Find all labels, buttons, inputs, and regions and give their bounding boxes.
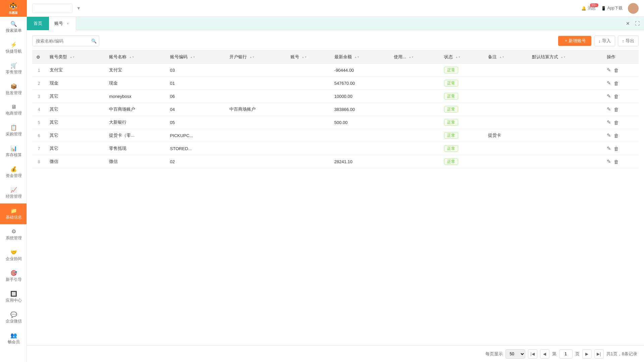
per-page-label: 每页显示	[485, 351, 503, 357]
message-button[interactable]: 🔔 消息 99+	[581, 5, 596, 11]
row-no: 6	[32, 129, 46, 142]
ecommerce-icon: 🖥	[1, 104, 26, 110]
sidebar-item-finance[interactable]: 💰 资金管理	[0, 162, 26, 183]
sidebar-item-search[interactable]: 🔍 搜索菜单	[0, 17, 26, 38]
app-download-button[interactable]: 📱 App下载	[601, 5, 623, 11]
delete-button[interactable]: 🗑	[614, 146, 619, 152]
sidebar-item-app-center[interactable]: 🔲 应用中心	[0, 287, 26, 307]
row-remark	[484, 103, 528, 116]
sidebar-item-member[interactable]: 👥 畅会员	[0, 328, 26, 349]
col-account[interactable]: 账号 ▲▼	[286, 51, 330, 64]
account-search-input[interactable]	[32, 36, 99, 46]
sidebar-item-system[interactable]: ⚙ 系统管理	[0, 224, 26, 245]
sidebar-item-wholesale[interactable]: 📦 批发管理	[0, 79, 26, 100]
search-submit-icon[interactable]: 🔍	[91, 39, 97, 44]
enterprise-collab-icon: 🤝	[1, 249, 26, 255]
page-next-button[interactable]: ▶	[582, 349, 592, 359]
page-first-button[interactable]: |◀	[528, 349, 537, 359]
delete-button[interactable]: 🗑	[614, 107, 619, 112]
edit-button[interactable]: ✎	[607, 80, 611, 86]
member-icon: 👥	[1, 332, 26, 339]
sidebar-item-guide[interactable]: 🎯 新手引导	[0, 266, 26, 287]
user-avatar[interactable]	[628, 3, 639, 14]
sidebar-item-inventory[interactable]: 📊 库存核算	[0, 141, 26, 162]
edit-button[interactable]: ✎	[607, 106, 611, 112]
row-default-settle	[528, 142, 603, 155]
row-remark	[484, 64, 528, 77]
sidebar-item-purchase[interactable]: 📋 采购管理	[0, 120, 26, 141]
content-area: 🔍 + 新增账号 ↓ 导入 ↑ 导出 ⚙	[27, 30, 644, 362]
edit-button[interactable]: ✎	[607, 159, 611, 165]
guide-icon: 🎯	[1, 270, 26, 276]
edit-button[interactable]: ✎	[607, 132, 611, 138]
col-default-settle[interactable]: 默认结算方式 ▲▼	[528, 51, 603, 64]
sidebar-item-label: 库存核算	[1, 152, 26, 158]
edit-button[interactable]: ✎	[607, 93, 611, 99]
sidebar-item-quick-nav[interactable]: ⚡ 快捷导航	[0, 38, 26, 58]
col-bank[interactable]: 开户银行 ▲▼	[225, 51, 286, 64]
row-account	[286, 129, 330, 142]
row-account	[286, 90, 330, 103]
sidebar-item-retail[interactable]: 🛒 零售管理	[0, 58, 26, 79]
import-button[interactable]: ↓ 导入	[594, 36, 615, 46]
col-code[interactable]: 账号编码 ▲▼	[166, 51, 225, 64]
tab-controls: ✕ ⛶	[621, 19, 644, 27]
export-button[interactable]: ↑ 导出	[618, 36, 639, 46]
sort-bank-icon: ▲▼	[250, 56, 255, 59]
row-balance: 383866.00	[330, 103, 390, 116]
sidebar-item-operations[interactable]: 📈 经营管理	[0, 183, 26, 203]
delete-button[interactable]: 🗑	[614, 133, 619, 138]
add-account-button[interactable]: + 新增账号	[558, 36, 591, 46]
dropdown-icon[interactable]: ▼	[76, 6, 81, 11]
edit-button[interactable]: ✎	[607, 67, 611, 73]
col-name[interactable]: 账号名称 ▲▼	[105, 51, 166, 64]
edit-button[interactable]: ✎	[607, 119, 611, 125]
col-remark[interactable]: 备注 ▲▼	[484, 51, 528, 64]
tab-close-button[interactable]: ×	[65, 21, 70, 26]
sidebar-item-label: 新手引导	[1, 277, 26, 283]
sort-use-icon: ▲▼	[409, 56, 414, 59]
delete-button[interactable]: 🗑	[614, 67, 619, 73]
sidebar-item-label: 企业微信	[1, 318, 26, 324]
sidebar-item-ecommerce[interactable]: 🖥 电商管理	[0, 100, 26, 120]
row-code: 01	[166, 77, 225, 90]
col-type[interactable]: 账号类型 ▲▼	[46, 51, 105, 64]
page-last-button[interactable]: ▶|	[594, 349, 604, 359]
sidebar: 🐯 乐惠版 🔍 搜索菜单 ⚡ 快捷导航 🛒 零售管理 📦 批发管理 🖥 电商管理…	[0, 0, 27, 362]
mobile-icon: 📱	[601, 6, 606, 11]
app-download-label: App下载	[607, 5, 623, 11]
sidebar-item-enterprise-collab[interactable]: 🤝 企业协同	[0, 245, 26, 266]
row-actions: ✎ 🗑	[603, 129, 639, 142]
row-no: 5	[32, 116, 46, 129]
tab-close-window-button[interactable]: ✕	[624, 19, 632, 27]
finance-icon: 💰	[1, 166, 26, 172]
inventory-icon: 📊	[1, 145, 26, 152]
row-type: 其它	[46, 90, 105, 103]
col-status[interactable]: 状态 ▲▼	[440, 51, 484, 64]
delete-button[interactable]: 🗑	[614, 94, 619, 99]
page-prev-button[interactable]: ◀	[540, 349, 549, 359]
sidebar-item-basic-info[interactable]: 📁 基础信息	[0, 203, 26, 224]
col-settings[interactable]: ⚙	[32, 51, 46, 64]
tab-account[interactable]: 账号 ×	[49, 17, 76, 30]
row-balance: 28241.10	[330, 155, 390, 168]
row-use	[390, 155, 440, 168]
sidebar-item-label: 经营管理	[1, 194, 26, 199]
delete-button[interactable]: 🗑	[614, 159, 619, 165]
top-search-input[interactable]	[32, 4, 72, 13]
add-button-label: + 新增账号	[565, 38, 586, 44]
col-balance[interactable]: 最新余额 ▲▼	[330, 51, 390, 64]
delete-button[interactable]: 🗑	[614, 80, 619, 86]
row-account	[286, 103, 330, 116]
tab-maximize-button[interactable]: ⛶	[633, 19, 641, 27]
page-number-input[interactable]	[559, 349, 573, 359]
delete-button[interactable]: 🗑	[614, 120, 619, 125]
sidebar-item-label: 基础信息	[1, 215, 26, 220]
col-use[interactable]: 使用... ▲▼	[390, 51, 440, 64]
sidebar-item-enterprise-wechat[interactable]: 💬 企业微信	[0, 307, 26, 328]
basic-info-icon: 📁	[1, 207, 26, 214]
tab-home[interactable]: 首页	[27, 17, 49, 30]
row-actions: ✎ 🗑	[603, 155, 639, 168]
page-size-select[interactable]: 50 100 200	[505, 349, 525, 359]
edit-button[interactable]: ✎	[607, 145, 611, 152]
